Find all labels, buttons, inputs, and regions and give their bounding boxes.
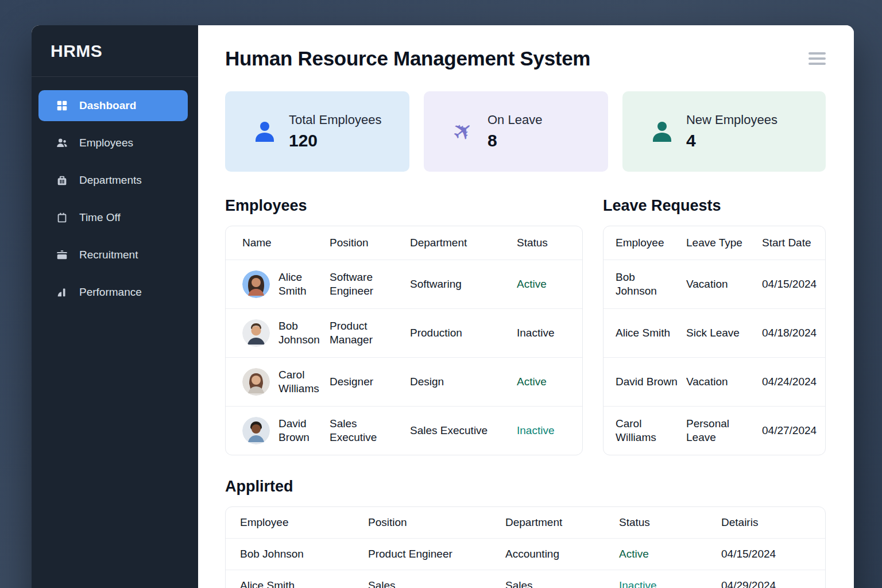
applied-position: Sales [368, 579, 505, 588]
table-row[interactable]: David Brown Sales Executive Sales Execut… [226, 406, 582, 455]
employee-department: Production [410, 326, 517, 340]
employees-icon [56, 137, 68, 149]
topbar: Human Resource Management System [225, 47, 826, 70]
sidebar-item-label: Employees [79, 137, 133, 149]
sidebar-item-recruitment[interactable]: Recruitment [38, 239, 188, 270]
avatar [242, 368, 270, 396]
employees-section: Employees Name Position Department Statu… [225, 197, 583, 455]
user-icon [648, 119, 676, 144]
employees-table: Name Position Department Status Alice Sm… [225, 226, 583, 455]
sidebar: HRMS Dashboard Employees Departments [32, 25, 198, 588]
applied-section-title: Applirted [225, 478, 826, 496]
sidebar-nav: Dashboard Employees Departments Time Off [32, 77, 198, 314]
sidebar-item-performance[interactable]: Performance [38, 277, 188, 308]
table-row[interactable]: David Brown Vacation 04/24/2024 [604, 357, 825, 406]
leave-start-date: 04/24/2024 [762, 375, 825, 389]
stat-label: On Leave [488, 113, 542, 127]
column-header: Employee [240, 516, 368, 529]
dashboard-grid-icon [56, 99, 68, 112]
employee-name: Bob Johnson [278, 319, 322, 347]
employee-name: David Brown [278, 417, 322, 444]
menu-icon[interactable] [808, 50, 826, 67]
employee-position: Designer [330, 375, 410, 389]
avatar [242, 319, 270, 347]
employee-department: Sales Executive [410, 424, 517, 438]
employees-section-title: Employees [225, 197, 583, 215]
column-header: Department [505, 516, 619, 529]
stat-card-total-employees: Total Employees 120 [225, 91, 409, 172]
table-row[interactable]: Carol Williams Designer Design Active [226, 357, 582, 406]
applied-details: 04/29/2024 [721, 579, 825, 588]
table-header-row: Employee Leave Type Start Date [604, 226, 825, 260]
table-header-row: Name Position Department Status [226, 226, 582, 260]
dashboard-columns: Employees Name Position Department Statu… [225, 197, 826, 455]
employee-name: Carol Williams [278, 368, 322, 396]
recruitment-icon [56, 249, 68, 261]
leave-requests-section: Leave Requests Employee Leave Type Start… [603, 197, 826, 455]
employee-position: Software Engineer [330, 270, 410, 298]
stat-label: New Employees [686, 113, 777, 127]
table-row[interactable]: Bob Johnson Vacation 04/15/2024 [604, 260, 825, 308]
departments-icon [56, 174, 68, 187]
stat-value: 120 [289, 131, 381, 150]
applied-table: Employee Position Department Status Deta… [225, 506, 826, 588]
stat-card-on-leave: ✈ On Leave 8 [424, 91, 608, 172]
leave-employee: Alice Smith [616, 326, 686, 340]
applied-department: Accounting [505, 547, 619, 561]
status-badge: Active [517, 277, 582, 291]
performance-icon [56, 286, 68, 299]
table-row[interactable]: Bob Johnson Product Manager Production I… [226, 308, 582, 357]
table-row[interactable]: Alice Smith Sick Leave 04/18/2024 [604, 308, 825, 357]
table-row[interactable]: Carol Williams Personal Leave 04/27/2024 [604, 406, 825, 455]
employee-department: Design [410, 375, 517, 389]
column-header: Position [368, 516, 505, 529]
applied-details: 04/15/2024 [721, 547, 825, 561]
stat-card-new-employees: New Employees 4 [622, 91, 826, 172]
sidebar-item-label: Departments [79, 174, 142, 187]
leave-start-date: 04/27/2024 [762, 424, 825, 438]
status-badge: Inactive [517, 326, 582, 340]
leave-type: Personal Leave [686, 417, 762, 444]
column-header: Leave Type [686, 236, 762, 250]
sidebar-item-departments[interactable]: Departments [38, 165, 188, 196]
employee-position: Product Manager [330, 319, 410, 347]
leave-requests-table: Employee Leave Type Start Date Bob Johns… [603, 226, 826, 455]
time-off-icon [56, 211, 68, 224]
sidebar-item-label: Time Off [79, 211, 121, 224]
stat-cards: Total Employees 120 ✈ On Leave 8 New Em [225, 91, 826, 172]
sidebar-item-dashboard[interactable]: Dashboard [38, 90, 188, 121]
stat-value: 4 [686, 131, 777, 150]
stat-label: Total Employees [289, 113, 381, 127]
table-row[interactable]: Alice Smith Sales Sales Inactive 04/29/2… [226, 570, 825, 588]
avatar [242, 270, 270, 298]
leave-type: Sick Leave [686, 326, 762, 340]
app-logo: HRMS [32, 25, 198, 76]
employee-name: Alice Smith [278, 270, 322, 298]
applied-department: Sales [505, 579, 619, 588]
sidebar-item-label: Recruitment [79, 249, 138, 261]
user-icon [251, 119, 278, 144]
leave-start-date: 04/18/2024 [762, 326, 825, 340]
column-header: Status [619, 516, 721, 529]
main-content: Human Resource Management System Total E… [198, 25, 854, 588]
stat-value: 8 [488, 131, 542, 150]
leave-requests-section-title: Leave Requests [603, 197, 826, 215]
sidebar-item-time-off[interactable]: Time Off [38, 202, 188, 233]
column-header: Employee [616, 236, 686, 250]
status-badge: Active [619, 547, 721, 561]
table-row[interactable]: Alice Smith Software Engineer Softwaring… [226, 260, 582, 308]
leave-start-date: 04/15/2024 [762, 277, 825, 291]
status-badge: Inactive [619, 579, 721, 588]
applied-employee: Bob Johnson [240, 547, 368, 561]
column-header: Status [517, 236, 582, 250]
sidebar-item-employees[interactable]: Employees [38, 127, 188, 158]
plane-icon: ✈ [450, 119, 477, 144]
column-header: Start Date [762, 236, 825, 250]
column-header: Department [410, 236, 517, 250]
applied-employee: Alice Smith [240, 579, 368, 588]
column-header: Detairis [721, 516, 825, 529]
table-row[interactable]: Bob Johnson Product Engineer Accounting … [226, 538, 825, 570]
leave-employee: Bob Johnson [616, 270, 686, 298]
column-header: Position [330, 236, 410, 250]
employee-position: Sales Executive [330, 417, 410, 444]
